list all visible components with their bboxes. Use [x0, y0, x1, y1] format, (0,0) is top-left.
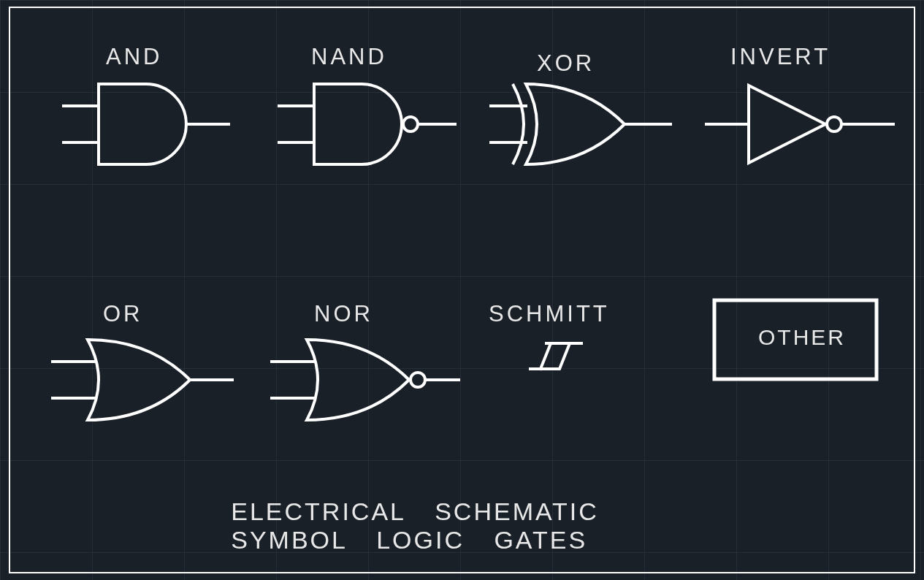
invert-gate-symbol: [698, 77, 902, 179]
svg-point-10: [827, 117, 841, 131]
and-label: AND: [106, 44, 162, 70]
nand-gate-symbol: [270, 77, 460, 179]
or-gate-symbol: [47, 332, 237, 435]
and-gate-symbol: [55, 77, 237, 179]
nor-label: NOR: [314, 301, 373, 327]
schmitt-label: SCHMITT: [489, 301, 610, 327]
other-box-symbol: [712, 298, 887, 386]
svg-point-5: [403, 117, 418, 131]
svg-rect-20: [714, 300, 877, 379]
svg-point-18: [411, 373, 425, 387]
xor-label: XOR: [537, 50, 595, 77]
nor-gate-symbol: [267, 332, 464, 435]
schmitt-symbol: [524, 336, 597, 380]
diagram-title: ELECTRICAL SCHEMATIC SYMBOL LOGIC GATES: [231, 497, 693, 554]
xor-gate-symbol: [482, 77, 679, 179]
invert-label: INVERT: [730, 44, 831, 70]
or-label: OR: [103, 301, 143, 327]
nand-label: NAND: [311, 44, 387, 70]
